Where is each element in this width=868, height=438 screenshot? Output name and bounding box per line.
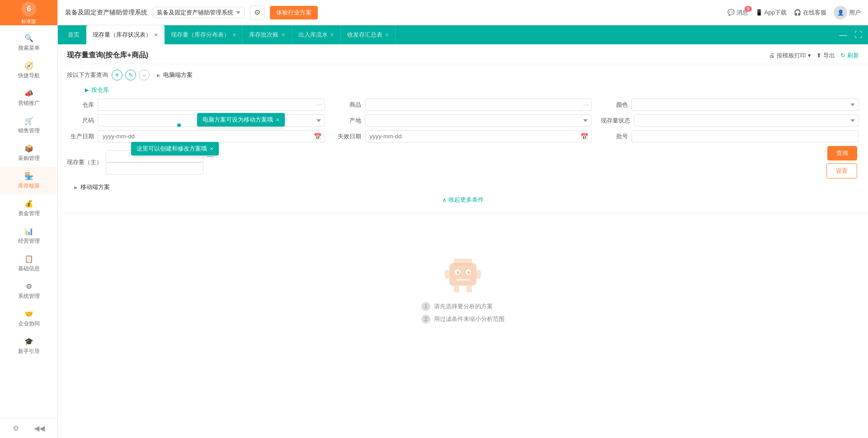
edit-scheme-button[interactable]: ✎	[125, 70, 136, 80]
goods-input[interactable]	[365, 99, 592, 111]
empty-state: 1 请先选择要分析的方案 2 用过滤条件来缩小分析范围	[58, 213, 868, 360]
sidebar-item-quicknav[interactable]: 🧭 快捷导航	[0, 57, 57, 84]
tab-inout[interactable]: 出入库流水 ×	[292, 25, 341, 44]
expire-date-calendar-icon[interactable]: 📅	[580, 133, 588, 140]
refresh-button[interactable]: ↻ 刷新	[840, 52, 859, 60]
tab-inout-close[interactable]: ×	[330, 32, 334, 38]
top-header: 装备及固定资产辅助管理系统 装备及固定资产辅助管理系统 ⚙ 体验行业方案 💬 消…	[58, 0, 868, 25]
tip-text-1: 请先选择要分析的方案	[434, 302, 493, 311]
sidebar-item-purchase[interactable]: 📦 采购管理	[0, 139, 57, 167]
megaphone-icon: 📣	[24, 89, 33, 98]
collapse-button[interactable]: ∧ 收起更多条件	[67, 192, 859, 207]
filter-row-3: 生产日期 📅 失效日期 📅 批号	[67, 130, 859, 142]
sidebar: 6 标准版 🔍 搜索菜单 🧭 快捷导航 📣 营销推广 🛒 销售管理 📦 采购管理…	[0, 0, 58, 438]
sub-scheme-area: ▶ 按仓库	[67, 85, 859, 95]
industry-button[interactable]: 体验行业方案	[270, 6, 318, 19]
sidebar-item-finance[interactable]: 💰 资金管理	[0, 194, 57, 222]
tip-num-2: 2	[421, 315, 430, 324]
logo-icon: 6	[21, 1, 37, 17]
print-label: 按模板打印	[777, 52, 806, 60]
sidebar-item-enterprise[interactable]: 🤝 企业协同	[0, 305, 57, 332]
print-dropdown-icon[interactable]: ▾	[808, 52, 811, 59]
app-subtitle: 标准版	[21, 18, 36, 25]
svg-point-6	[457, 271, 459, 274]
warehouse-dots-icon[interactable]: ···	[316, 101, 322, 109]
expire-date-input-wrap: 📅	[365, 130, 592, 142]
sidebar-item-sales[interactable]: 🛒 销售管理	[0, 112, 57, 139]
tab-home-label: 首页	[68, 31, 80, 39]
filter-label: 按以下方案查询	[67, 71, 108, 79]
app-download-button[interactable]: 📱 App下载	[755, 9, 787, 17]
add-scheme-button[interactable]: +	[112, 70, 123, 80]
app-download-label: App下载	[764, 9, 787, 17]
reset-button[interactable]: 设置	[826, 163, 857, 179]
svg-rect-9	[445, 270, 449, 279]
sidebar-item-guide[interactable]: 🎓 新手引导	[0, 332, 57, 360]
tab-summary[interactable]: 收发存汇总表 ×	[341, 25, 396, 44]
origin-select[interactable]	[365, 114, 592, 127]
goods-dots-icon[interactable]: ···	[583, 101, 589, 109]
tab-stock-status[interactable]: 现存量（库存状况表） ×	[86, 25, 165, 44]
mobile-scheme-area: ▶ 移动端方案	[67, 182, 859, 192]
sidebar-item-inventory[interactable]: 🏪 库存核算	[0, 167, 57, 194]
header-right: 💬 消息 9 📱 App下载 🎧 在线客服 👤 用户	[727, 6, 861, 19]
tab-home[interactable]: 首页	[61, 25, 86, 44]
export-icon: ⬆	[816, 52, 821, 59]
print-icon: 🖨	[769, 52, 775, 59]
tab-stock-dist[interactable]: 现存量（库存分布表） ×	[165, 25, 243, 44]
back-scheme-button[interactable]: «	[139, 70, 150, 80]
color-label: 颜色	[601, 101, 628, 109]
gear-button[interactable]: ⚙	[250, 5, 264, 20]
svg-rect-10	[476, 270, 481, 279]
guide-icon: 🎓	[24, 337, 33, 346]
tab-batch[interactable]: 库存批次账 ×	[243, 25, 292, 44]
empty-tip-2: 2 用过滤条件来缩小分析范围	[421, 315, 505, 324]
stock-main-label: 现存量（主）	[67, 158, 102, 166]
collapse-sidebar-icon[interactable]: ◀◀	[34, 424, 45, 433]
stock-main-end-input[interactable]	[106, 162, 203, 174]
svg-rect-2	[449, 263, 476, 286]
color-select[interactable]	[632, 99, 859, 111]
tab-maximize-button[interactable]: ⛶	[853, 30, 864, 40]
collapse-icon: ∧	[442, 197, 447, 203]
stock-status-select[interactable]	[634, 114, 859, 127]
warehouse-input-wrap: ···	[98, 99, 325, 111]
tab-stock-dist-close[interactable]: ×	[232, 32, 236, 38]
tab-summary-close[interactable]: ×	[385, 32, 389, 38]
empty-tips: 1 请先选择要分析的方案 2 用过滤条件来缩小分析范围	[421, 302, 505, 324]
scheme-item-warehousegoods[interactable]: ▶ 按仓库	[85, 85, 859, 95]
produce-date-calendar-icon[interactable]: 📅	[314, 133, 321, 140]
system-select[interactable]: 装备及固定资产辅助管理系统	[153, 7, 245, 18]
sidebar-item-marketing[interactable]: 📣 营销推广	[0, 84, 57, 112]
user-button[interactable]: 👤 用户	[834, 6, 861, 19]
online-support-button[interactable]: 🎧 在线客服	[794, 9, 826, 17]
warehouse-field: 仓库 ···	[67, 99, 325, 111]
tab-minimize-button[interactable]: —	[837, 30, 849, 40]
search-button[interactable]: 查询	[827, 146, 857, 160]
sidebar-item-basic[interactable]: 📋 基础信息	[0, 250, 57, 277]
page-title-bar: 现存量查询(按仓库+商品) 🖨 按模板打印 ▾ ⬆ 导出 ↻ 刷新	[58, 44, 868, 64]
print-button[interactable]: 🖨 按模板打印 ▾	[769, 52, 811, 60]
sidebar-item-management[interactable]: 📊 经营管理	[0, 222, 57, 250]
produce-date-label: 生产日期	[67, 132, 94, 141]
tip-num-1: 1	[421, 302, 430, 311]
batch-input[interactable]	[632, 130, 859, 142]
tab-stock-status-close[interactable]: ×	[154, 32, 158, 38]
warehouse-input[interactable]	[98, 99, 325, 111]
user-label: 用户	[849, 9, 861, 17]
message-button[interactable]: 💬 消息 9	[727, 9, 748, 17]
scheme-desktop[interactable]: ▶ 电脑端方案	[157, 70, 193, 80]
tooltip1-close[interactable]: ×	[276, 116, 279, 123]
app-logo: 6 标准版	[0, 0, 57, 25]
expire-date-input[interactable]	[365, 130, 592, 142]
produce-date-input[interactable]	[98, 130, 325, 142]
settings-icon[interactable]: ⚙	[13, 424, 19, 433]
sidebar-item-system[interactable]: ⚙ 系统管理	[0, 277, 57, 305]
export-button[interactable]: ⬆ 导出	[816, 52, 835, 60]
scheme-mobile[interactable]: ▶ 移动端方案	[74, 182, 859, 192]
tab-batch-close[interactable]: ×	[281, 32, 285, 38]
sidebar-item-search[interactable]: 🔍 搜索菜单	[0, 29, 57, 57]
online-support-label: 在线客服	[803, 9, 826, 17]
filter-buttons: + ✎ «	[112, 70, 150, 80]
tooltip2-close[interactable]: ×	[210, 145, 213, 152]
